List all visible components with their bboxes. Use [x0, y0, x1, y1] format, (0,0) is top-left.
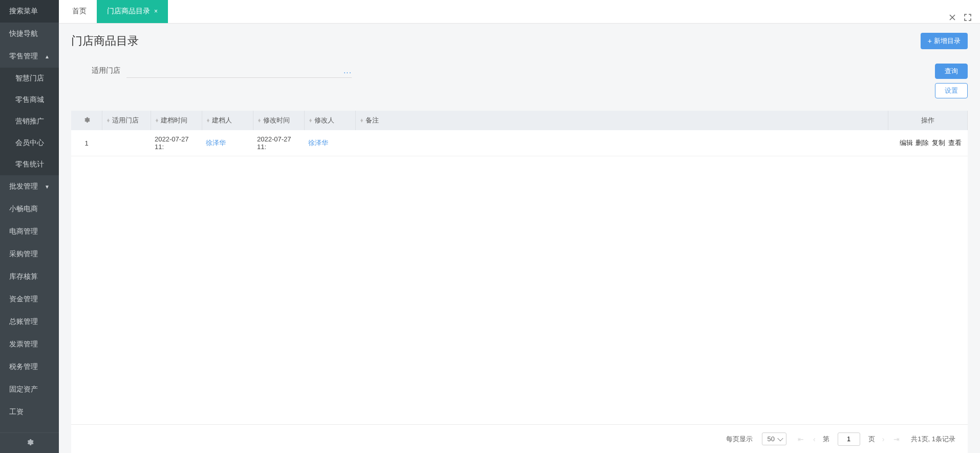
pagination: 每页显示 50 ⇤ ‹ 第 页 › ⇥ 共1页, 1条记录: [71, 424, 968, 453]
chevron-down-icon: ▼: [45, 184, 50, 190]
filter-store-label: 适用门店: [92, 66, 120, 75]
sort-icon: [258, 119, 262, 122]
sidebar-item-label: 搜索菜单: [9, 7, 38, 16]
table-col-remark[interactable]: 备注: [355, 111, 888, 130]
sidebar-subitem-marketing[interactable]: 营销推广: [0, 111, 59, 132]
op-edit[interactable]: 编辑: [900, 139, 913, 147]
sidebar-item-label: 税务管理: [9, 362, 38, 372]
op-delete[interactable]: 删除: [915, 139, 929, 147]
sidebar-item-label: 总账管理: [9, 317, 38, 326]
sidebar-item-retail-mgmt[interactable]: 零售管理▲: [0, 45, 59, 68]
per-page-label: 每页显示: [726, 435, 753, 444]
op-copy[interactable]: 复制: [932, 139, 945, 147]
sidebar-subitem-retail-mall[interactable]: 零售商城: [0, 89, 59, 111]
cell-create-time: 2022-07-27 11:: [151, 130, 202, 156]
page-title: 门店商品目录: [71, 33, 139, 49]
gear-icon: [83, 116, 90, 123]
sort-icon: [360, 119, 364, 122]
sidebar-item-label: 发票管理: [9, 340, 38, 349]
sidebar-subitem-smart-store[interactable]: 智慧门店: [0, 68, 59, 89]
sort-icon: [106, 119, 111, 122]
add-catalog-button[interactable]: + 新增目录: [921, 33, 968, 49]
page-last-icon[interactable]: ⇥: [891, 434, 902, 444]
sidebar-item-ledger-mgmt[interactable]: 总账管理: [0, 311, 59, 333]
tab-label: 首页: [72, 7, 87, 16]
filter-more-icon[interactable]: ...: [344, 66, 352, 75]
chevron-up-icon: ▲: [45, 54, 50, 59]
sidebar-item-salary[interactable]: 工资: [0, 401, 59, 423]
plus-icon: +: [928, 37, 932, 45]
cell-modifier[interactable]: 徐泽华: [304, 130, 355, 156]
table-col-store[interactable]: 适用门店: [102, 111, 151, 130]
cell-store: [102, 130, 151, 156]
sidebar-item-xiaochang-ecom[interactable]: 小畅电商: [0, 198, 59, 220]
cell-creator[interactable]: 徐泽华: [202, 130, 253, 156]
page-first-icon[interactable]: ⇤: [796, 434, 806, 444]
page-prev-icon[interactable]: ‹: [811, 434, 818, 444]
sidebar-item-label: 营销推广: [15, 117, 44, 125]
data-table: 适用门店 建档时间 建档人 修改时间 修改人 备注 操作 1 2022-07-2…: [71, 111, 968, 156]
fullscreen-icon[interactable]: [964, 13, 972, 23]
filter-store-input[interactable]: [126, 67, 352, 74]
page-number-input[interactable]: [838, 433, 860, 446]
pagination-summary: 共1页, 1条记录: [911, 435, 955, 444]
sidebar-item-label: 零售统计: [15, 160, 44, 168]
sidebar-item-label: 快捷导航: [9, 29, 38, 38]
table-col-gear[interactable]: [71, 111, 102, 130]
cell-num: 1: [71, 130, 102, 156]
table-header-row: 适用门店 建档时间 建档人 修改时间 修改人 备注 操作: [71, 111, 968, 130]
cell-operations: 编辑 删除 复制 查看: [888, 130, 968, 156]
page-nav: ⇤ ‹ 第 页 › ⇥: [796, 433, 902, 446]
sidebar-item-label: 零售商城: [15, 95, 44, 104]
settings-gear-icon[interactable]: [26, 438, 34, 448]
sidebar-item-label: 资金管理: [9, 295, 38, 304]
sidebar-item-label: 智慧门店: [15, 74, 44, 82]
sidebar-item-fund-mgmt[interactable]: 资金管理: [0, 288, 59, 311]
tab-close-icon[interactable]: ×: [154, 8, 158, 15]
sidebar-item-search-menu[interactable]: 搜索菜单: [0, 0, 59, 23]
page-content: 门店商品目录 + 新增目录 适用门店 ... 查询 设置: [59, 24, 980, 453]
per-page-select[interactable]: 50: [762, 433, 786, 445]
page-next-icon[interactable]: ›: [880, 434, 887, 444]
settings-button[interactable]: 设置: [935, 83, 968, 98]
query-button[interactable]: 查询: [935, 64, 968, 79]
sidebar-item-inventory[interactable]: 库存核算: [0, 265, 59, 288]
sidebar-item-purchase-mgmt[interactable]: 采购管理: [0, 243, 59, 265]
table-col-creator[interactable]: 建档人: [202, 111, 253, 130]
filter-bar: 适用门店 ... 查询 设置: [59, 58, 980, 111]
sidebar-item-label: 会员中心: [15, 138, 44, 147]
sidebar-item-label: 电商管理: [9, 227, 38, 236]
sidebar: 搜索菜单快捷导航零售管理▲智慧门店零售商城营销推广会员中心零售统计批发管理▼小畅…: [0, 0, 59, 453]
sidebar-item-label: 固定资产: [9, 385, 38, 394]
main-content: 首页门店商品目录× 门店商品目录 + 新增目录 适: [59, 0, 980, 453]
close-all-tabs-icon[interactable]: [948, 13, 956, 23]
tab-0[interactable]: 首页: [62, 0, 97, 23]
page-header: 门店商品目录 + 新增目录: [59, 24, 980, 58]
sidebar-item-label: 批发管理: [9, 182, 38, 191]
op-view[interactable]: 查看: [948, 139, 962, 147]
tab-label: 门店商品目录: [107, 7, 150, 16]
page-label-prefix: 第: [823, 435, 829, 444]
sidebar-item-label: 零售管理: [9, 52, 38, 61]
page-label-suffix: 页: [868, 435, 875, 444]
sort-icon: [309, 119, 313, 122]
table-col-modifier[interactable]: 修改人: [304, 111, 355, 130]
sidebar-subitem-member-center[interactable]: 会员中心: [0, 132, 59, 154]
sort-icon: [155, 119, 159, 122]
filter-store-input-wrap: ...: [126, 64, 352, 78]
sidebar-item-fixed-assets[interactable]: 固定资产: [0, 378, 59, 401]
sidebar-subitem-retail-stats[interactable]: 零售统计: [0, 154, 59, 175]
sidebar-item-ecom-mgmt[interactable]: 电商管理: [0, 220, 59, 243]
tab-1[interactable]: 门店商品目录×: [97, 0, 168, 23]
sidebar-item-invoice-mgmt[interactable]: 发票管理: [0, 333, 59, 356]
sidebar-footer: [0, 433, 59, 453]
sidebar-item-tax-mgmt[interactable]: 税务管理: [0, 356, 59, 378]
sidebar-item-label: 库存核算: [9, 272, 38, 281]
sidebar-item-wholesale-mgmt[interactable]: 批发管理▼: [0, 175, 59, 198]
sidebar-item-quick-nav[interactable]: 快捷导航: [0, 23, 59, 45]
tabs-bar: 首页门店商品目录×: [59, 0, 980, 24]
table-col-modify-time[interactable]: 修改时间: [253, 111, 304, 130]
cell-modify-time: 2022-07-27 11:: [253, 130, 304, 156]
table-col-create-time[interactable]: 建档时间: [151, 111, 202, 130]
cell-remark: [355, 130, 888, 156]
